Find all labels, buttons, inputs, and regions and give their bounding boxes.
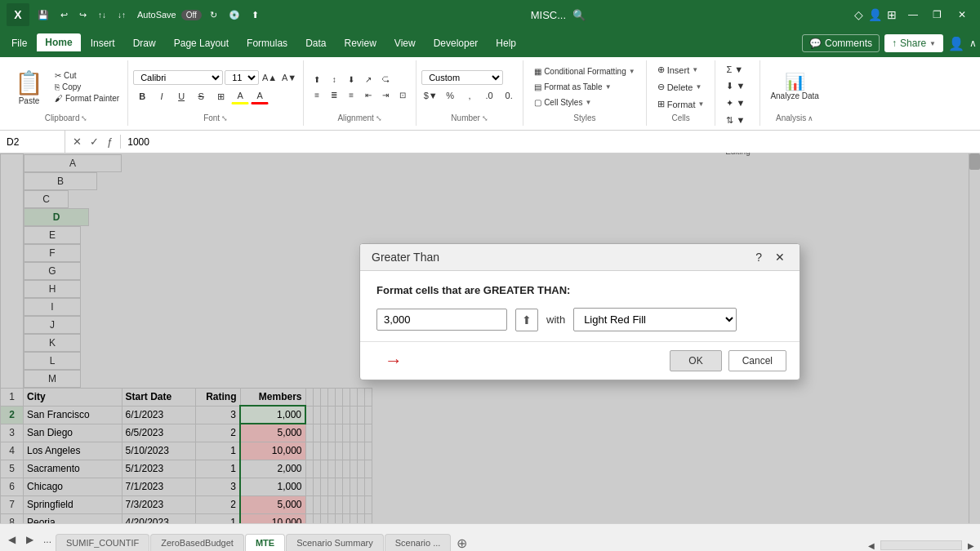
font-color-btn[interactable]: A <box>251 88 269 104</box>
greater-than-value-input[interactable] <box>376 309 507 331</box>
bold-btn[interactable]: B <box>133 88 151 104</box>
upload-btn[interactable]: ⬆ <box>248 8 262 22</box>
align-top-btn[interactable]: ⬆ <box>309 72 325 87</box>
apps-icon[interactable]: ⊞ <box>887 8 897 21</box>
format-style-select[interactable]: Light Red Fill Light Red Fill with Dark … <box>573 308 737 331</box>
border-btn[interactable]: ⊞ <box>212 88 229 104</box>
comma-btn[interactable]: , <box>461 87 479 104</box>
clear-btn[interactable]: ✦ ▼ <box>720 96 755 111</box>
tab-scenario-dots[interactable]: Scenario ... <box>385 534 452 551</box>
copy-btn[interactable]: ⎘ Copy <box>51 82 122 92</box>
menu-formulas[interactable]: Formulas <box>238 34 296 52</box>
close-btn[interactable]: ✕ <box>951 7 973 23</box>
upload-reference-btn[interactable]: ⬆ <box>515 309 538 331</box>
share-btn[interactable]: ↑ Share ▼ <box>884 34 943 52</box>
cell-reference[interactable]: D2 <box>0 131 65 153</box>
menu-file[interactable]: File <box>3 34 35 52</box>
save-disk-btn[interactable]: 💿 <box>225 8 243 22</box>
number-expand-icon[interactable]: ⤡ <box>482 114 488 122</box>
cancel-button[interactable]: Cancel <box>728 350 786 371</box>
font-size-select[interactable]: 11 <box>225 70 259 85</box>
minimize-btn[interactable]: — <box>902 7 924 23</box>
menu-home[interactable]: Home <box>37 33 80 53</box>
tab-scenario-summary[interactable]: Scenario Summary <box>286 534 384 551</box>
italic-btn[interactable]: I <box>153 88 171 104</box>
add-sheet-btn[interactable]: ⊕ <box>452 535 472 551</box>
redo-btn[interactable]: ↪ <box>76 8 90 22</box>
align-right-btn[interactable]: ≡ <box>343 87 359 102</box>
wrap-text-btn[interactable]: ⮎ <box>377 72 394 87</box>
delete-btn[interactable]: ⊖ Delete ▼ <box>652 79 710 95</box>
refresh-btn[interactable]: ↻ <box>207 8 220 22</box>
tab-sumif-countif[interactable]: SUMIF_COUNTIF <box>56 534 149 551</box>
format-cells-btn[interactable]: ⊞ Format ▼ <box>652 96 710 112</box>
format-painter-btn[interactable]: 🖌 Format Painter <box>51 93 122 104</box>
tab-mte[interactable]: MTE <box>245 534 285 551</box>
formula-input[interactable] <box>121 131 980 153</box>
menu-view[interactable]: View <box>386 34 424 52</box>
font-expand-icon[interactable]: ⤡ <box>221 114 228 122</box>
cut-btn[interactable]: ✂ Cut <box>51 70 122 81</box>
tab-zero-budget[interactable]: ZeroBasedBudget <box>150 534 244 551</box>
merge-btn[interactable]: ⊡ <box>394 87 411 102</box>
formula-cancel-icon[interactable]: ✕ <box>70 135 84 149</box>
undo-btn[interactable]: ↩ <box>57 8 71 22</box>
menu-review[interactable]: Review <box>336 34 384 52</box>
tab-nav-more-btn[interactable]: ... <box>39 531 56 548</box>
sum-btn[interactable]: Σ ▼ <box>720 62 755 77</box>
sort-desc-icon[interactable]: ↓↑ <box>114 9 129 21</box>
clipboard-expand-icon[interactable]: ⤡ <box>81 114 87 122</box>
formula-confirm-icon[interactable]: ✓ <box>87 135 101 149</box>
fill-color-btn[interactable]: A <box>231 88 249 104</box>
indent-increase-btn[interactable]: ⇥ <box>377 87 394 102</box>
increase-font-btn[interactable]: A▲ <box>261 69 278 86</box>
decrease-font-btn[interactable]: A▼ <box>280 69 298 86</box>
account-icon[interactable]: 👤 <box>948 36 964 51</box>
dialog-close-icon[interactable]: ✕ <box>772 251 788 264</box>
menu-insert[interactable]: Insert <box>82 34 123 52</box>
collapse-ribbon-icon[interactable]: ∧ <box>969 38 977 49</box>
save-icon[interactable]: 💾 <box>34 8 52 22</box>
search-icon[interactable]: 🔍 <box>572 9 586 21</box>
analysis-expand-icon[interactable]: ∧ <box>808 114 813 122</box>
cell-styles-btn[interactable]: ▢ Cell Styles ▼ <box>528 96 641 109</box>
alignment-expand-icon[interactable]: ⤡ <box>376 114 382 122</box>
orientation-btn[interactable]: ↗ <box>360 72 376 87</box>
align-middle-btn[interactable]: ↕ <box>326 72 342 87</box>
menu-developer[interactable]: Developer <box>425 34 487 52</box>
fill-btn[interactable]: ⬇ ▼ <box>720 78 755 94</box>
help-icon[interactable]: ? <box>752 251 765 264</box>
menu-draw[interactable]: Draw <box>125 34 164 52</box>
align-left-btn[interactable]: ≡ <box>309 87 325 102</box>
autosave-toggle[interactable]: Off <box>181 10 202 20</box>
tab-nav-prev-btn[interactable]: ◀ <box>3 531 20 548</box>
insert-btn[interactable]: ⊕ Insert ▼ <box>652 62 710 78</box>
ok-button[interactable]: OK <box>670 350 721 371</box>
currency-btn[interactable]: $▼ <box>421 87 439 104</box>
font-name-select[interactable]: Calibri <box>133 70 223 85</box>
format-as-table-btn[interactable]: ▤ Format as Table ▼ <box>528 80 641 94</box>
strikethrough-btn[interactable]: S <box>192 88 210 104</box>
number-format-select[interactable]: Custom <box>421 70 503 85</box>
align-center-btn[interactable]: ≣ <box>326 87 342 102</box>
percent-btn[interactable]: % <box>441 87 459 104</box>
menu-data[interactable]: Data <box>297 34 334 52</box>
decrease-decimal-btn[interactable]: 0. <box>500 87 518 104</box>
comments-btn[interactable]: 💬 Comments <box>802 34 880 52</box>
sort-filter-btn[interactable]: ⇅ ▼ <box>720 113 755 128</box>
sheet-scroll-right-btn[interactable]: ▶ <box>965 540 977 551</box>
analyze-data-btn[interactable]: 📊 Analyze Data <box>765 70 823 104</box>
align-bottom-btn[interactable]: ⬇ <box>343 72 359 87</box>
menu-help[interactable]: Help <box>488 34 524 52</box>
restore-btn[interactable]: ❐ <box>926 7 949 23</box>
sheet-scrollbar[interactable] <box>880 540 962 550</box>
tab-nav-next-btn[interactable]: ▶ <box>21 531 38 548</box>
increase-decimal-btn[interactable]: .0 <box>480 87 498 104</box>
conditional-formatting-btn[interactable]: ▦ Conditional Formatting ▼ <box>528 64 641 78</box>
paste-btn[interactable]: 📋 Paste <box>10 68 48 107</box>
sort-asc-icon[interactable]: ↑↓ <box>95 9 109 21</box>
indent-decrease-btn[interactable]: ⇤ <box>360 87 376 102</box>
sheet-scroll-left-btn[interactable]: ◀ <box>866 540 877 551</box>
menu-page-layout[interactable]: Page Layout <box>166 34 237 52</box>
underline-btn[interactable]: U <box>172 88 190 104</box>
